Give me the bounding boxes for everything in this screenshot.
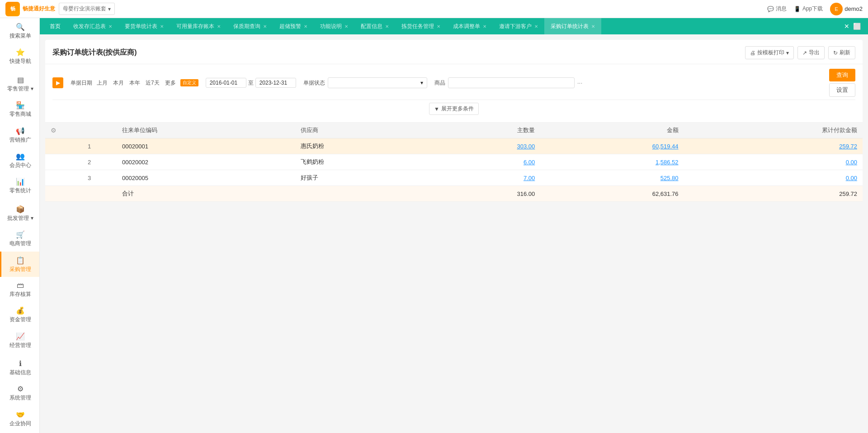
status-filter-group: 单据状态 ▾ xyxy=(303,77,427,88)
sidebar-item-retail-stats[interactable]: 📊 零售统计 xyxy=(0,173,39,198)
top-bar-right: 💬 消息 📱 App下载 E demo2 xyxy=(767,3,863,15)
tab-config-info[interactable]: 配置信息 ✕ xyxy=(354,18,395,34)
tab-shelf-life-close[interactable]: ✕ xyxy=(263,24,267,29)
tab-available-stock-close[interactable]: ✕ xyxy=(217,24,221,29)
sidebar-item-new-guide[interactable]: 🎯 新手引导 xyxy=(0,431,39,433)
tab-close-all-icon[interactable]: ✕ xyxy=(844,23,849,30)
table-row[interactable]: 2 00020002 飞鹤奶粉 6.00 1,586.52 0.00 xyxy=(45,154,863,170)
filter-toggle[interactable]: ▶ xyxy=(52,77,63,88)
date-shortcut-this-month[interactable]: 本月 xyxy=(111,78,126,88)
workspace-selector[interactable]: 母婴行业演示账套 ▾ xyxy=(59,3,115,15)
sidebar-item-purchase[interactable]: 📋 采购管理 xyxy=(0,252,39,277)
export-button[interactable]: ↗ 导出 xyxy=(797,46,825,59)
enterprise-icon: 🤝 xyxy=(16,410,25,419)
sidebar-item-wholesale[interactable]: 📦 批发管理 ▾ xyxy=(0,200,39,226)
tab-purchase-order-stats[interactable]: 采购订单统计表 ✕ xyxy=(544,18,601,34)
page-header: 采购订单统计表(按供应商) 🖨 按模板打印 ▾ ↗ 导出 ↻ xyxy=(45,40,863,64)
sidebar-item-system[interactable]: ⚙ 系统管理 xyxy=(0,380,39,405)
gear-icon[interactable]: ⚙ xyxy=(51,127,57,134)
sidebar-item-retail-management[interactable]: ▤ 零售管理 ▾ xyxy=(0,71,39,96)
row3-paid-amount[interactable]: 0.00 xyxy=(684,170,863,186)
message-button[interactable]: 💬 消息 xyxy=(767,5,787,13)
tab-purchase-order-stats-close[interactable]: ✕ xyxy=(591,24,595,29)
row1-paid-amount[interactable]: 259.72 xyxy=(684,138,863,154)
sidebar-item-finance[interactable]: 💰 资金管理 xyxy=(0,302,39,327)
tab-function-desc-close[interactable]: ✕ xyxy=(344,24,348,29)
tab-overstock[interactable]: 超储预警 ✕ xyxy=(273,18,314,34)
tab-home[interactable]: 首页 xyxy=(43,18,67,34)
refresh-label: 刷新 xyxy=(840,49,850,57)
table-row[interactable]: 1 00020001 惠氏奶粉 303.00 60,519.44 259.72 xyxy=(45,138,863,154)
print-template-button[interactable]: 🖨 按模板打印 ▾ xyxy=(745,46,794,59)
date-shortcut-this-year[interactable]: 本年 xyxy=(127,78,142,88)
tab-overstock-close[interactable]: ✕ xyxy=(304,24,307,29)
row3-amount[interactable]: 525.80 xyxy=(540,170,684,186)
sidebar-item-search[interactable]: 🔍 搜索菜单 xyxy=(0,18,39,43)
tab-purchase-order-stats-label: 采购订单统计表 xyxy=(551,23,589,30)
tab-function-desc[interactable]: 功能说明 ✕ xyxy=(314,18,354,34)
row1-settings xyxy=(45,138,62,154)
status-select-icon: ▾ xyxy=(420,80,423,86)
sidebar-item-ecommerce[interactable]: 🛒 电商管理 xyxy=(0,226,39,251)
row2-paid-amount[interactable]: 0.00 xyxy=(684,154,863,170)
tab-order-stats[interactable]: 要货单统计表 ✕ xyxy=(118,18,170,34)
sidebar-item-member-center[interactable]: 👥 会员中心 xyxy=(0,148,39,173)
tab-receive-pay-close[interactable]: ✕ xyxy=(108,24,112,29)
sidebar-enterprise-label: 企业协同 xyxy=(9,420,31,427)
row1-amount[interactable]: 60,519.44 xyxy=(540,138,684,154)
filter-more-row: ▼ 展开更多条件 xyxy=(52,100,855,118)
tab-config-info-close[interactable]: ✕ xyxy=(385,24,389,29)
date-shortcut-more[interactable]: 更多 xyxy=(163,78,178,88)
paid-amount-column-header: 累计付款金额 xyxy=(684,123,863,138)
row2-amount[interactable]: 1,586.52 xyxy=(540,154,684,170)
app-download-button[interactable]: 📱 App下载 xyxy=(794,5,823,13)
workspace-dropdown-icon: ▾ xyxy=(108,6,111,12)
refresh-button[interactable]: ↻ 刷新 xyxy=(828,46,855,59)
date-filter-label: 单据日期 xyxy=(71,79,92,87)
sidebar-item-marketing[interactable]: 📢 营销推广 xyxy=(0,122,39,148)
sidebar-item-inventory[interactable]: 🗃 库存核算 xyxy=(0,277,39,302)
status-select[interactable]: ▾ xyxy=(328,77,427,88)
tab-available-stock[interactable]: 可用量库存账本 ✕ xyxy=(170,18,227,34)
tab-cost-adjust[interactable]: 成本调整单 ✕ xyxy=(447,18,493,34)
tab-shelf-life[interactable]: 保质期查询 ✕ xyxy=(227,18,273,34)
top-bar-left: 畅 畅捷通好生意 母婴行业演示账套 ▾ xyxy=(5,2,115,16)
tab-order-stats-close[interactable]: ✕ xyxy=(160,24,164,29)
user-profile[interactable]: E demo2 xyxy=(830,3,863,15)
sidebar-item-operations[interactable]: 📈 经营管理 xyxy=(0,328,39,353)
basic-info-icon: ℹ xyxy=(19,359,22,368)
tab-pick-task-close[interactable]: ✕ xyxy=(437,24,440,29)
row2-main-qty[interactable]: 6.00 xyxy=(429,154,540,170)
tab-invite-downstream-close[interactable]: ✕ xyxy=(534,24,538,29)
tab-restore-icon[interactable]: ⬜ xyxy=(853,23,861,30)
row3-main-qty[interactable]: 7.00 xyxy=(429,170,540,186)
expand-more-button[interactable]: ▼ 展开更多条件 xyxy=(429,103,479,115)
tab-invite-downstream[interactable]: 邀请下游客户 ✕ xyxy=(493,18,544,34)
data-table: ⚙ 往来单位编码 供应商 主数量 金额 累计付款金额 xyxy=(45,123,863,202)
goods-filter-label: 商品 xyxy=(434,79,445,87)
retail-management-icon: ▤ xyxy=(17,76,24,84)
date-shortcut-7days[interactable]: 近7天 xyxy=(144,78,161,88)
unit-code-column-header: 往来单位编码 xyxy=(117,123,295,138)
settings-button[interactable]: 设置 xyxy=(829,83,855,97)
tab-cost-adjust-close[interactable]: ✕ xyxy=(483,24,486,29)
goods-more-icon[interactable]: ··· xyxy=(577,79,583,86)
goods-input[interactable] xyxy=(448,77,575,88)
user-name[interactable]: demo2 xyxy=(844,5,863,12)
sidebar-item-basic-info[interactable]: ℹ 基础信息 xyxy=(0,355,39,380)
table-row[interactable]: 3 00020005 好孩子 7.00 525.80 0.00 xyxy=(45,170,863,186)
tab-receive-pay[interactable]: 收发存汇总表 ✕ xyxy=(67,18,118,34)
nav-tabs: 首页 收发存汇总表 ✕ 要货单统计表 ✕ 可用量库存账本 ✕ 保质期查询 ✕ xyxy=(40,18,868,34)
row1-main-qty[interactable]: 303.00 xyxy=(429,138,540,154)
sidebar-item-quick-nav[interactable]: ⭐ 快捷导航 xyxy=(0,43,39,69)
date-from-input[interactable] xyxy=(206,78,246,88)
system-icon: ⚙ xyxy=(17,385,24,393)
sidebar-item-retail-store[interactable]: 🏪 零售商城 xyxy=(0,96,39,122)
finance-icon: 💰 xyxy=(16,306,25,315)
operations-icon: 📈 xyxy=(16,332,25,341)
search-button[interactable]: 查询 xyxy=(829,69,855,81)
date-shortcut-last-month[interactable]: 上月 xyxy=(95,78,109,88)
date-to-input[interactable] xyxy=(255,78,296,88)
tab-pick-task[interactable]: 拣货任务管理 ✕ xyxy=(395,18,447,34)
sidebar-item-enterprise[interactable]: 🤝 企业协同 xyxy=(0,406,39,431)
